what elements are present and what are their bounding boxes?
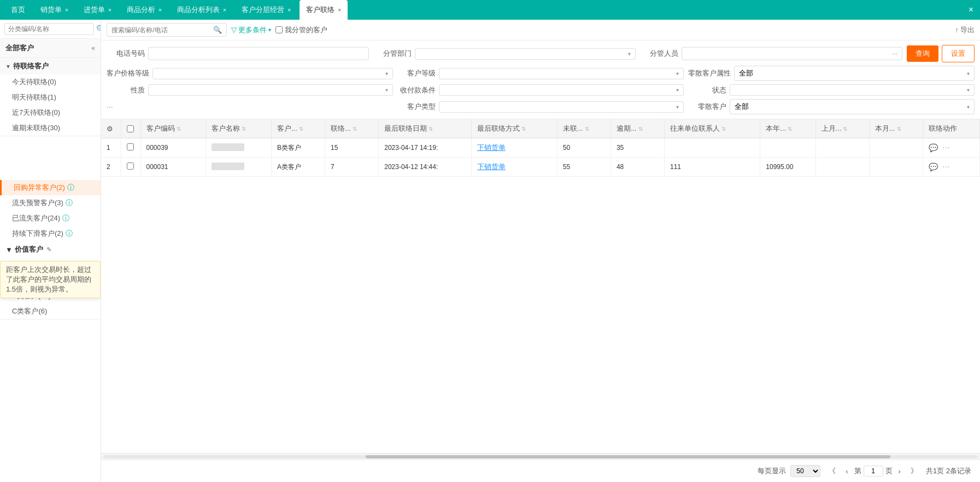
tab-customer-contact[interactable]: 客户联络 × [300, 0, 348, 20]
th-last-month[interactable]: 上月...⇅ [815, 119, 869, 138]
tab-analysis-list-close[interactable]: × [223, 7, 226, 13]
tab-analysis-list[interactable]: 商品分析列表 × [171, 0, 233, 20]
sidebar-item-today[interactable]: 今天待联络(0) [0, 74, 101, 90]
th-contact-count[interactable]: 联络...⇅ [325, 119, 379, 138]
page-nav: 《 ‹ 第 页 › 》 [825, 464, 922, 478]
tab-purchase[interactable]: 进货单 × [77, 0, 118, 20]
more-icon-1[interactable]: ⋯ [942, 143, 950, 152]
phone-input[interactable] [148, 47, 369, 60]
th-overdue[interactable]: 逾期...⇅ [611, 119, 664, 138]
th-checkbox[interactable] [121, 119, 140, 138]
td-checkbox-2[interactable] [121, 158, 140, 177]
set-button[interactable]: 设置 [942, 45, 975, 62]
th-name[interactable]: 客户名称⇅ [206, 119, 272, 138]
query-button[interactable]: 查询 [907, 45, 938, 62]
tab-customer-tier-close[interactable]: × [287, 7, 291, 13]
first-page-btn[interactable]: 《 [825, 464, 840, 478]
th-type[interactable]: 客户...⇅ [271, 119, 325, 138]
row-1-checkbox[interactable] [127, 143, 134, 150]
export-icon: ↑ [955, 26, 959, 34]
sidebar-group-pending-title[interactable]: ▼ 待联络客户 [0, 58, 101, 74]
row-2-checkbox[interactable] [127, 162, 134, 170]
sidebar-item-churned[interactable]: 已流失客户(24) ⓘ [0, 211, 101, 226]
filter-customer-type: 客户类型 ▾ [397, 101, 684, 113]
th-this-month[interactable]: 本月...⇅ [869, 119, 923, 138]
sidebar-item-churn-warning[interactable]: 流失预警客户(3) ⓘ [0, 195, 101, 211]
tab-customer-contact-close[interactable]: × [338, 7, 341, 13]
sidebar-search-icon[interactable]: 🔍 [96, 25, 101, 33]
sidebar-item-class-c[interactable]: C类客户(6) [0, 304, 101, 319]
customer-level-select[interactable]: ▾ [439, 68, 684, 79]
method-link-2[interactable]: 下销货单 [477, 162, 506, 171]
tab-analysis[interactable]: 商品分析 × [120, 0, 168, 20]
prev-page-btn[interactable]: ‹ [842, 466, 852, 477]
filter-dept: 分管部门 ▾ [373, 48, 636, 60]
sidebar-value-customer-title[interactable]: ▼ 价值客户 ✎ [0, 241, 101, 258]
retail-attr-select[interactable]: 全部 ▾ [734, 66, 975, 81]
pending-arrow-icon: ▼ [5, 63, 11, 69]
tab-sales[interactable]: 销货单 × [34, 0, 75, 20]
hscroll-thumb[interactable] [366, 455, 890, 458]
hscroll-bar[interactable] [101, 453, 980, 460]
filter-status: 状态 ▾ [688, 84, 975, 96]
td-last-method-2[interactable]: 下销货单 [471, 158, 557, 177]
next-page-btn[interactable]: › [895, 466, 905, 477]
sidebar-item-tomorrow[interactable]: 明天待联络(1) [0, 90, 101, 105]
more-icon-2[interactable]: ⋯ [942, 162, 950, 171]
th-settings[interactable]: ⚙ [101, 119, 121, 138]
filter-search-input[interactable] [112, 26, 213, 34]
th-no-contact[interactable]: 未联...⇅ [557, 119, 611, 138]
sidebar-item-repurchase-abnormal[interactable]: 回购异常客户(2) ⓘ [0, 180, 101, 195]
person-dots-icon[interactable]: ··· [892, 50, 897, 57]
sidebar-search-input[interactable] [4, 23, 94, 35]
contact-icon-1[interactable]: 💬 [929, 143, 938, 152]
filter-dots[interactable]: ··· [107, 102, 113, 111]
my-customers-check[interactable] [275, 26, 283, 33]
method-link-1[interactable]: 下销货单 [477, 143, 506, 152]
contact-icon-2[interactable]: 💬 [929, 162, 938, 171]
td-checkbox-1[interactable] [121, 138, 140, 158]
sidebar-collapse-btn[interactable]: « [91, 44, 95, 52]
th-action[interactable]: 联络动作 [923, 119, 979, 138]
edit-icon[interactable]: ✎ [46, 246, 51, 253]
status-select[interactable]: ▾ [730, 84, 975, 96]
filter-btn-group: 查询 设置 [907, 45, 975, 62]
td-last-method-1[interactable]: 下销货单 [471, 138, 557, 158]
th-last-date[interactable]: 最后联络日期⇅ [379, 119, 472, 138]
retail-customer-select[interactable]: 全部 ▾ [730, 99, 975, 114]
th-this-year[interactable]: 本年...⇅ [760, 119, 815, 138]
select-all-checkbox[interactable] [127, 125, 134, 132]
filter-person: 分管人员 ··· [640, 47, 902, 60]
tab-purchase-close[interactable]: × [108, 7, 112, 13]
sidebar-item-declining[interactable]: 持续下滑客户(2) ⓘ [0, 226, 101, 241]
dept-select[interactable]: ▾ [415, 48, 636, 60]
th-partner[interactable]: 往来单位联系人⇅ [665, 119, 760, 138]
filter-search-icon[interactable]: 🔍 [213, 26, 222, 34]
gender-select[interactable]: ▾ [148, 84, 393, 96]
last-page-btn[interactable]: 》 [907, 464, 922, 478]
tooltip-box: 距客户上次交易时长，超过了此客户的平均交易周期的1.5倍，则视为异常。 [0, 261, 101, 298]
tab-sales-close[interactable]: × [65, 7, 68, 13]
filter-more-btn[interactable]: ▽ 更多条件 ▾ [231, 25, 271, 35]
tab-analysis-close[interactable]: × [159, 7, 162, 13]
export-btn[interactable]: ↑ 导出 [955, 25, 975, 35]
th-code[interactable]: 客户编码⇅ [140, 119, 206, 138]
tab-customer-tier[interactable]: 客户分层经营 × [235, 0, 297, 20]
sidebar-item-7days[interactable]: 近7天待联络(0) [0, 105, 101, 120]
td-last-date-1: 2023-04-17 14:19: [379, 138, 472, 158]
customer-type-select[interactable]: ▾ [439, 101, 684, 113]
filter-row-1: 电话号码 分管部门 ▾ 分管人员 ··· [107, 45, 975, 62]
per-page-select[interactable]: 20 50 100 [790, 465, 820, 477]
payment-select[interactable]: ▾ [439, 84, 684, 96]
my-customers-checkbox[interactable]: 我分管的客户 [275, 25, 327, 35]
price-level-select[interactable]: ▾ [152, 68, 393, 79]
th-last-method[interactable]: 最后联络方式⇅ [471, 119, 557, 138]
page-input[interactable] [864, 466, 883, 477]
td-last-month-2 [815, 158, 869, 177]
sidebar-item-overdue[interactable]: 逾期未联络(30) [0, 120, 101, 136]
sidebar-all-customers-header[interactable]: 全部客户 « [0, 39, 101, 58]
person-select[interactable]: ··· [682, 47, 902, 60]
tab-home[interactable]: 首页 [4, 0, 32, 20]
close-all-button[interactable]: × [966, 3, 976, 17]
td-code-1: 000039 [140, 138, 206, 158]
